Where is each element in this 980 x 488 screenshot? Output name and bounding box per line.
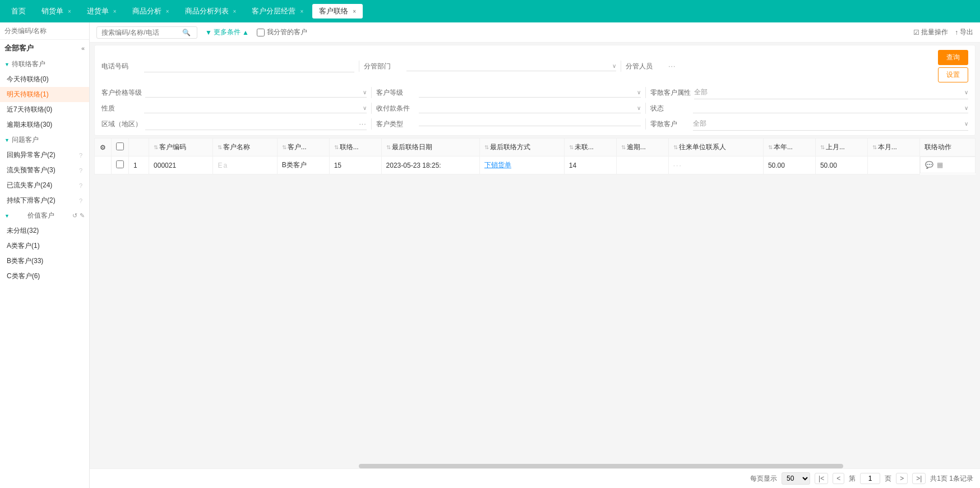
page-number-input[interactable]	[860, 473, 880, 484]
sidebar-item-repurchase-abnormal[interactable]: 回购异常客户(2) ?	[0, 148, 89, 163]
th-this-year[interactable]: 本年...	[763, 139, 815, 156]
region-dots[interactable]: ···	[359, 120, 366, 128]
sidebar-item-ungrouped[interactable]: 未分组(32)	[0, 223, 89, 238]
nav-customer-contact[interactable]: 客户联络 ×	[312, 4, 363, 19]
scrollbar-thumb[interactable]	[359, 464, 844, 468]
filter-payment-field: 收付款条件 ∨	[376, 103, 641, 113]
th-code[interactable]: 客户编码	[149, 139, 213, 156]
edit-icon-value[interactable]: ✎	[80, 212, 85, 219]
person-dots[interactable]: ···	[668, 62, 676, 70]
last-contact-method-link[interactable]: 下销货单	[484, 161, 511, 169]
nav-sales-close[interactable]: ×	[68, 8, 71, 15]
toolbar-right: ☑ 批量操作 ↑ 导出	[913, 27, 973, 37]
nav-analysis-close[interactable]: ×	[166, 8, 169, 15]
nav-purchase-close[interactable]: ×	[113, 8, 117, 15]
nav-customer-contact-close[interactable]: ×	[353, 8, 356, 15]
filter-gender-select[interactable]: ∨	[144, 103, 367, 113]
filter-payment-select[interactable]: ∨	[419, 103, 641, 113]
th-contact-person[interactable]: 往来单位联系人	[668, 139, 763, 156]
filter-gender-field: 性质 ∨	[101, 103, 367, 113]
sidebar-item-7days[interactable]: 近7天待联络(0)	[0, 102, 89, 117]
th-last-contact-method[interactable]: 最后联络方式	[479, 139, 564, 156]
page-last-button[interactable]: >|	[912, 473, 926, 484]
action-qr-icon[interactable]: ▦	[937, 161, 943, 169]
sidebar-item-c-class[interactable]: C类客户(6)	[0, 269, 89, 284]
nav-customer-tier[interactable]: 客户分层经营 ×	[245, 4, 310, 19]
divider-6	[645, 103, 646, 114]
refresh-icon-value[interactable]: ↺	[72, 212, 77, 219]
b-class-label: B类客户(33)	[7, 256, 43, 266]
export-button[interactable]: ↑ 导出	[955, 27, 973, 37]
th-contact[interactable]: 联络...	[329, 139, 381, 156]
filter-row-1: 电话号码 分管部门 ∨ 分管人员 ··· 查询	[101, 50, 968, 82]
sidebar-item-declining[interactable]: 持续下滑客户(2) ?	[0, 193, 89, 208]
sidebar-item-tomorrow[interactable]: 明天待联络(1)	[0, 87, 89, 102]
filter-dept-select[interactable]: ∨	[406, 61, 617, 71]
th-last-contact-date[interactable]: 最后联络日期	[381, 139, 479, 156]
group-value-customers[interactable]: 价值客户 ↺ ✎	[0, 208, 89, 223]
search-input[interactable]	[101, 29, 180, 36]
horizontal-scrollbar[interactable]	[94, 464, 976, 468]
th-no-contact[interactable]: 未联...	[564, 139, 616, 156]
filter-region-select[interactable]: ···	[145, 118, 367, 130]
filter-row-2: 客户价格等级 ∨ 客户等级 ∨ 零散客户属性	[101, 86, 968, 99]
page-prev-button[interactable]: <	[833, 473, 844, 484]
sidebar-item-b-class[interactable]: B类客户(33)	[0, 254, 89, 269]
all-customers-header[interactable]: 全部客户 «	[0, 40, 89, 57]
filter-caret-icon: ▲	[242, 29, 249, 36]
query-button[interactable]: 查询	[938, 50, 968, 65]
nav-analysis-list[interactable]: 商品分析列表 ×	[178, 4, 243, 19]
th-customer-type[interactable]: 客户...	[277, 139, 329, 156]
filter-customer-level-select[interactable]: ∨	[419, 88, 641, 98]
sidebar-search-input[interactable]	[4, 27, 89, 35]
help-icon-declining: ?	[79, 197, 82, 204]
setting-button[interactable]: 设置	[938, 67, 968, 82]
th-last-month[interactable]: 上月...	[815, 139, 867, 156]
my-customers-checkbox-label[interactable]: 我分管的客户	[257, 27, 307, 37]
nav-customer-tier-close[interactable]: ×	[300, 8, 303, 15]
th-overdue[interactable]: 逾期...	[616, 139, 668, 156]
sidebar-item-overdue[interactable]: 逾期未联络(30)	[0, 117, 89, 132]
my-customers-checkbox[interactable]	[257, 29, 265, 36]
td-this-year: 50.00	[763, 156, 815, 174]
nav-sales[interactable]: 销货单 ×	[35, 4, 78, 19]
th-this-month[interactable]: 本月...	[867, 139, 919, 156]
filter-label: 更多条件	[214, 27, 241, 37]
filter-actions: 查询 设置	[938, 50, 968, 82]
sidebar-item-today[interactable]: 今天待联络(0)	[0, 72, 89, 87]
gear-icon[interactable]: ⚙	[100, 144, 106, 151]
nav-analysis-list-close[interactable]: ×	[233, 8, 237, 15]
td-contact-person: ···	[668, 156, 763, 174]
more-filter-button[interactable]: ▼ 更多条件 ▲	[202, 26, 252, 39]
filter-price-level-select[interactable]: ∨	[145, 88, 367, 98]
filter-retail-customer-select[interactable]: 全部 ∨	[693, 117, 968, 131]
filter-region-label: 区域（地区）	[101, 119, 142, 129]
nav-analysis[interactable]: 商品分析 ×	[126, 4, 176, 19]
th-check	[112, 139, 129, 156]
nav-home[interactable]: 首页	[4, 4, 33, 19]
nav-purchase[interactable]: 进货单 ×	[80, 4, 123, 19]
customer-name-blurred: Ea	[218, 162, 228, 169]
sidebar-item-churned[interactable]: 已流失客户(24) ?	[0, 178, 89, 193]
sidebar-item-a-class[interactable]: A类客户(1)	[0, 238, 89, 254]
collapse-icon[interactable]: «	[81, 45, 85, 52]
page-next-button[interactable]: >	[896, 473, 908, 484]
filter-phone-input[interactable]	[144, 61, 354, 72]
batch-operation-button[interactable]: ☑ 批量操作	[913, 27, 948, 37]
filter-status-select[interactable]: ∨	[693, 103, 968, 113]
filter-customer-type-select[interactable]	[419, 122, 641, 126]
per-page-select[interactable]: 50 10 20 100	[782, 472, 810, 485]
td-customer-type: B类客户	[277, 156, 329, 174]
group-problem-customers[interactable]: 问题客户	[0, 132, 89, 148]
row-checkbox[interactable]	[116, 160, 124, 168]
repurchase-abnormal-label: 回购异常客户(2)	[7, 150, 56, 160]
retail-attr-value: 全部	[694, 88, 964, 97]
page-first-button[interactable]: |<	[815, 473, 828, 484]
action-chat-icon[interactable]: 💬	[925, 161, 933, 169]
search-icon[interactable]: 🔍	[182, 29, 191, 36]
filter-retail-attr-select[interactable]: 全部 ∨	[694, 86, 968, 99]
sidebar-item-churn-warning[interactable]: 流失预警客户(3) ?	[0, 163, 89, 178]
group-pending-contact[interactable]: 待联络客户	[0, 57, 89, 72]
th-name[interactable]: 客户名称	[213, 139, 277, 156]
select-all-checkbox[interactable]	[116, 142, 124, 150]
